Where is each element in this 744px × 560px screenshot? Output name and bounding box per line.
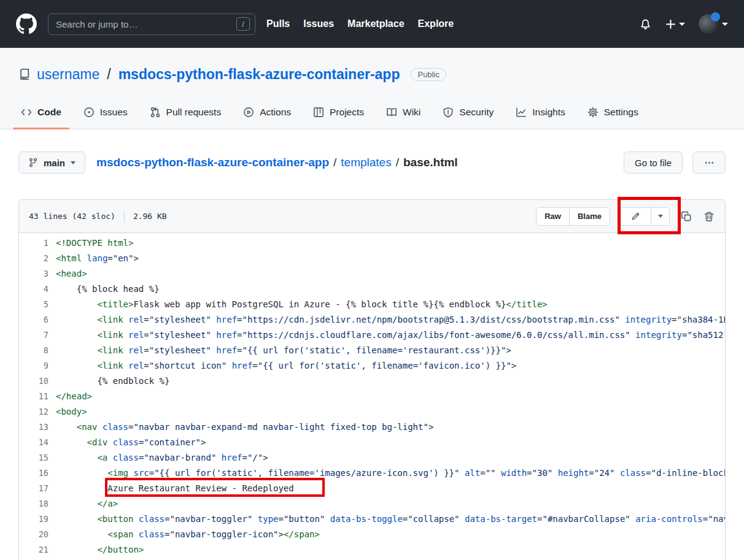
code-text: <head>: [56, 269, 725, 278]
bell-icon[interactable]: [640, 18, 651, 30]
line-number[interactable]: 13: [19, 422, 48, 432]
code-text: <!DOCTYPE html>: [56, 238, 725, 248]
line-number[interactable]: 7: [19, 330, 48, 340]
actions-icon: [243, 107, 254, 118]
code-line-6: 6 <link rel="stylesheet" href="https://c…: [19, 312, 725, 327]
repo-owner-link[interactable]: username: [37, 66, 99, 83]
blame-button[interactable]: Blame: [569, 208, 610, 225]
code-text: </head>: [56, 391, 725, 401]
line-number[interactable]: 6: [19, 315, 48, 324]
code-text: <div class="container">: [56, 437, 725, 447]
file-view: 43 lines (42 sloc) 2.96 KB Raw Blame 1<!…: [18, 199, 726, 560]
code-line-14: 14 <div class="container">: [19, 434, 725, 450]
code-line-10: 10 {% endblock %}: [19, 373, 725, 388]
tab-settings[interactable]: Settings: [579, 96, 646, 129]
raw-button[interactable]: Raw: [537, 208, 569, 225]
line-number[interactable]: 3: [19, 269, 48, 278]
line-number[interactable]: 8: [19, 345, 48, 355]
edit-file-button[interactable]: [619, 208, 651, 225]
code-text: <link rel="stylesheet" href="{{ url_for(…: [56, 345, 725, 355]
line-number[interactable]: 17: [19, 483, 48, 493]
line-number[interactable]: 20: [19, 529, 48, 539]
line-number[interactable]: 2: [19, 253, 48, 263]
file-toolbar: 43 lines (42 sloc) 2.96 KB Raw Blame: [19, 200, 725, 233]
line-number[interactable]: 16: [19, 468, 48, 478]
tab-code[interactable]: Code: [13, 96, 69, 129]
line-number[interactable]: 12: [19, 407, 48, 416]
header-nav-pulls[interactable]: Pulls: [266, 18, 290, 29]
code-icon: [21, 107, 32, 118]
tab-wiki[interactable]: Wiki: [378, 96, 428, 129]
line-number[interactable]: 9: [19, 361, 48, 370]
create-new-button[interactable]: [665, 18, 685, 30]
tab-issues[interactable]: Issues: [76, 96, 136, 129]
tab-label: Wiki: [403, 107, 420, 118]
go-to-file-button[interactable]: Go to file: [624, 152, 683, 174]
header-nav-marketplace[interactable]: Marketplace: [347, 18, 405, 29]
code-text: <img src="{{ url_for('static', filename=…: [56, 468, 725, 478]
tab-projects[interactable]: Projects: [305, 96, 372, 129]
line-number[interactable]: 11: [19, 391, 48, 401]
user-menu[interactable]: [699, 14, 728, 34]
header-nav-explore[interactable]: Explore: [418, 18, 454, 29]
tab-actions[interactable]: Actions: [235, 96, 299, 129]
more-options-button[interactable]: [692, 152, 726, 174]
code-text: <html lang="en">: [56, 253, 725, 263]
header-nav-issues[interactable]: Issues: [303, 18, 334, 29]
tab-security[interactable]: Security: [435, 96, 502, 129]
code-line-19: 19 <button class="navbar-toggler" type="…: [19, 511, 725, 526]
code-text: <span class="navbar-toggler-icon"></span…: [56, 529, 725, 539]
tab-label: Insights: [532, 107, 565, 118]
code-line-18: 18 </a>: [19, 496, 725, 511]
line-number[interactable]: 1: [19, 238, 48, 248]
pencil-icon: [630, 212, 640, 221]
code-text: {% block head %}: [56, 284, 725, 294]
breadcrumb-file-name: base.html: [403, 156, 458, 169]
edit-options-dropdown[interactable]: [651, 208, 669, 225]
line-number[interactable]: 4: [19, 284, 48, 294]
code-text: {% endblock %}: [56, 376, 725, 386]
breadcrumb-separator: /: [396, 156, 399, 169]
tab-insights[interactable]: Insights: [508, 96, 573, 129]
repo-name-link[interactable]: msdocs-python-flask-azure-container-app: [118, 66, 400, 83]
search-input[interactable]: [56, 19, 231, 29]
code-text: <title>Flask web app with PostgreSQL in …: [56, 299, 725, 309]
copy-file-button[interactable]: [680, 210, 692, 223]
code-line-3: 3<head>: [19, 266, 725, 281]
code-text: <button class="navbar-toggler" type="but…: [56, 514, 725, 524]
code-line-11: 11</head>: [19, 388, 725, 404]
tab-label: Code: [37, 107, 61, 118]
line-number[interactable]: 18: [19, 499, 48, 508]
git-branch-icon: [28, 158, 38, 167]
search-shortcut-key: /: [236, 17, 250, 31]
tab-label: Projects: [330, 107, 364, 118]
wiki-icon: [386, 107, 397, 118]
code-line-20: 20 <span class="navbar-toggler-icon"></s…: [19, 526, 725, 542]
line-number[interactable]: 5: [19, 299, 48, 309]
tab-label: Security: [459, 107, 494, 118]
branch-selector[interactable]: main: [18, 152, 85, 174]
repo-header: username / msdocs-python-flask-azure-con…: [0, 48, 744, 129]
line-number[interactable]: 10: [19, 376, 48, 386]
code-line-12: 12<body>: [19, 404, 725, 419]
branch-name: main: [44, 158, 65, 168]
edit-button-group: [619, 207, 670, 226]
line-number[interactable]: 15: [19, 453, 48, 462]
issue-icon: [83, 107, 95, 118]
code-text: Azure Restaurant Review - Redeployed: [56, 483, 725, 493]
github-logo-icon[interactable]: [16, 13, 37, 34]
projects-icon: [313, 107, 324, 118]
breadcrumb-folder-link[interactable]: templates: [341, 156, 391, 169]
line-number[interactable]: 14: [19, 437, 48, 447]
repo-tabs: CodeIssuesPull requestsActionsProjectsWi…: [0, 96, 744, 129]
tab-label: Settings: [604, 107, 638, 118]
breadcrumb-repo-link[interactable]: msdocs-python-flask-azure-container-app: [96, 156, 329, 169]
search-box[interactable]: /: [48, 13, 255, 35]
security-icon: [443, 107, 454, 118]
line-number[interactable]: 21: [19, 545, 48, 554]
delete-file-button[interactable]: [703, 210, 715, 223]
tab-pull-requests[interactable]: Pull requests: [142, 96, 230, 129]
code-line-17: 17 Azure Restaurant Review - Redeployed: [19, 480, 725, 496]
notification-dot: [711, 12, 720, 21]
line-number[interactable]: 19: [19, 514, 48, 524]
